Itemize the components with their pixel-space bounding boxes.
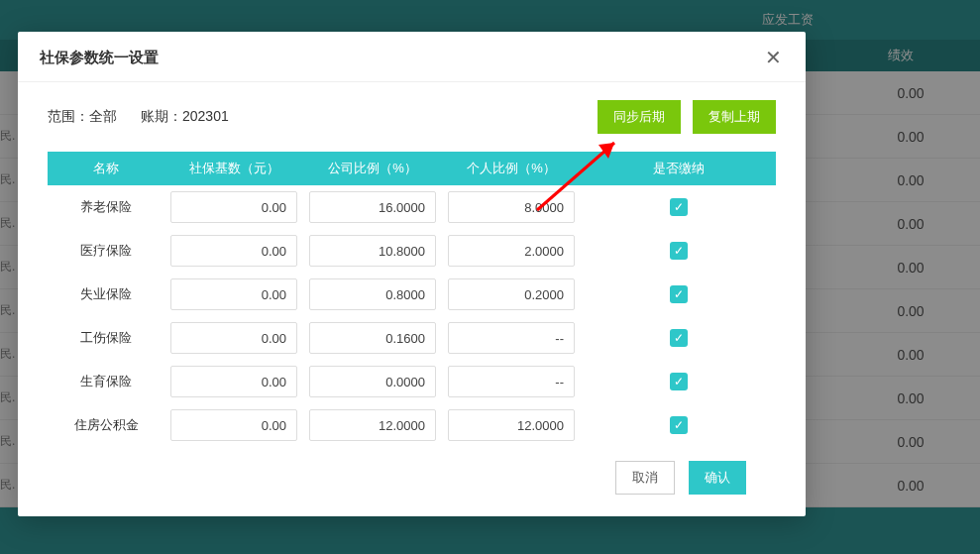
cell-comp (303, 235, 442, 267)
base-input[interactable] (170, 278, 297, 310)
cell-pers (442, 322, 581, 354)
col-comp: 公司比例（%） (303, 160, 442, 177)
cell-comp (303, 322, 442, 354)
row-name: 失业保险 (48, 285, 164, 303)
social-params-modal: 社保参数统一设置 ✕ 范围：全部 账期：202301 同步后期 复制上期 名称 … (18, 32, 806, 516)
base-input[interactable] (170, 191, 297, 223)
row-name: 住房公积金 (48, 416, 164, 434)
table-row: 工伤保险✓ (48, 316, 776, 360)
range-label: 范围：全部 (48, 108, 117, 126)
close-icon: ✕ (765, 47, 782, 68)
cell-comp (303, 409, 442, 441)
cell-comp (303, 191, 442, 223)
cell-pers (442, 278, 581, 310)
row-name: 医疗保险 (48, 242, 164, 260)
cell-base (164, 278, 303, 310)
comp-input[interactable] (309, 322, 436, 354)
col-pers: 个人比例（%） (442, 160, 581, 177)
pers-input[interactable] (448, 235, 575, 267)
cell-pays: ✓ (581, 416, 776, 434)
cancel-button[interactable]: 取消 (615, 461, 675, 495)
pers-input[interactable] (448, 322, 575, 354)
info-actions: 同步后期 复制上期 (598, 100, 776, 134)
pers-input[interactable] (448, 366, 575, 397)
base-input[interactable] (170, 322, 297, 354)
table-row: 养老保险✓ (48, 185, 776, 229)
pers-input[interactable] (448, 278, 575, 310)
modal-body: 范围：全部 账期：202301 同步后期 复制上期 名称 社保基数（元） 公司比… (18, 82, 806, 516)
info-row: 范围：全部 账期：202301 同步后期 复制上期 (48, 100, 776, 134)
base-input[interactable] (170, 366, 297, 397)
pers-input[interactable] (448, 191, 575, 223)
pays-checkbox[interactable]: ✓ (670, 198, 688, 216)
pays-checkbox[interactable]: ✓ (670, 329, 688, 347)
base-input[interactable] (170, 235, 297, 267)
col-pays: 是否缴纳 (581, 160, 776, 177)
row-name: 生育保险 (48, 373, 164, 390)
table-row: 生育保险✓ (48, 360, 776, 403)
table-row: 医疗保险✓ (48, 229, 776, 273)
comp-input[interactable] (309, 278, 436, 310)
cell-pers (442, 235, 581, 267)
cell-base (164, 409, 303, 441)
table-row: 失业保险✓ (48, 273, 776, 316)
period-label: 账期：202301 (141, 108, 229, 126)
sync-later-button[interactable]: 同步后期 (598, 100, 681, 134)
cell-pers (442, 366, 581, 397)
base-input[interactable] (170, 409, 297, 441)
modal-footer: 取消 确认 (48, 447, 776, 495)
pers-input[interactable] (448, 409, 575, 441)
cell-base (164, 235, 303, 267)
modal-header: 社保参数统一设置 ✕ (18, 32, 806, 82)
cell-pays: ✓ (581, 373, 776, 390)
pays-checkbox[interactable]: ✓ (670, 285, 688, 303)
comp-input[interactable] (309, 235, 436, 267)
cell-pays: ✓ (581, 329, 776, 347)
pays-checkbox[interactable]: ✓ (670, 242, 688, 260)
cell-base (164, 366, 303, 397)
cell-base (164, 191, 303, 223)
col-name: 名称 (48, 160, 164, 177)
row-name: 工伤保险 (48, 329, 164, 347)
cell-base (164, 322, 303, 354)
copy-prev-button[interactable]: 复制上期 (693, 100, 776, 134)
table-body: 养老保险✓医疗保险✓失业保险✓工伤保险✓生育保险✓住房公积金✓ (48, 185, 776, 447)
comp-input[interactable] (309, 191, 436, 223)
cell-pays: ✓ (581, 242, 776, 260)
pays-checkbox[interactable]: ✓ (670, 416, 688, 434)
cell-pays: ✓ (581, 198, 776, 216)
table-header: 名称 社保基数（元） 公司比例（%） 个人比例（%） 是否缴纳 (48, 152, 776, 185)
close-button[interactable]: ✕ (765, 48, 782, 67)
table-row: 住房公积金✓ (48, 403, 776, 447)
confirm-button[interactable]: 确认 (689, 461, 746, 495)
cell-comp (303, 278, 442, 310)
comp-input[interactable] (309, 366, 436, 397)
row-name: 养老保险 (48, 198, 164, 216)
pays-checkbox[interactable]: ✓ (670, 373, 688, 390)
comp-input[interactable] (309, 409, 436, 441)
cell-pers (442, 191, 581, 223)
cell-pers (442, 409, 581, 441)
col-base: 社保基数（元） (164, 160, 303, 177)
cell-comp (303, 366, 442, 397)
cell-pays: ✓ (581, 285, 776, 303)
modal-title: 社保参数统一设置 (40, 49, 159, 67)
